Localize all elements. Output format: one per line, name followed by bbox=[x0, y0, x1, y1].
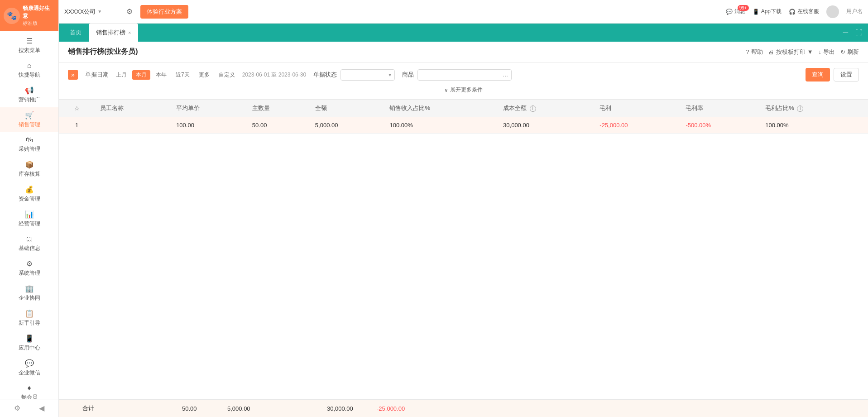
sidebar-bottom: ⚙ ◀ bbox=[0, 399, 58, 417]
table-area: ☆ 员工名称 平均单价 主数量 全额 销售收入占比% 成本全额 i 毛利 毛利率 bbox=[59, 100, 868, 399]
sidebar-item-inventory[interactable]: 📦 库存核算 bbox=[0, 157, 58, 182]
sidebar-item-purchase[interactable]: 🛍 采购管理 bbox=[0, 132, 58, 157]
sidebar-item-system[interactable]: ⚙ 系统管理 bbox=[0, 256, 58, 281]
sidebar-item-sales[interactable]: 🛒 销售管理 bbox=[0, 107, 58, 132]
sidebar-item-label: 应用中心 bbox=[19, 344, 40, 352]
filter-area: » 单据日期 上月 本月 本年 近7天 更多 自定义 2023-06-01 至 … bbox=[59, 62, 868, 100]
expand-row: ∨ 展开更多条件 bbox=[68, 86, 859, 94]
sidebar-nav: ☰ 搜索菜单 ⌂ 快捷导航 📢 营销推广 🛒 销售管理 🛍 采购管理 📦 库存核… bbox=[0, 31, 58, 399]
expand-more-button[interactable]: ∨ 展开更多条件 bbox=[444, 86, 483, 94]
sidebar-item-apps[interactable]: 📱 应用中心 bbox=[0, 331, 58, 355]
sidebar-item-search[interactable]: ☰ 搜索菜单 bbox=[0, 33, 58, 58]
tab-minimize-icon[interactable]: ─ bbox=[841, 27, 850, 38]
filter-expand-button[interactable]: » bbox=[68, 70, 78, 80]
msg-button[interactable]: 💬 消息 99+ bbox=[726, 8, 745, 15]
basic-icon: 🗂 bbox=[26, 235, 33, 243]
print-arrow-icon: ▼ bbox=[807, 48, 813, 55]
msg-icon: 💬 bbox=[726, 9, 733, 15]
query-button[interactable]: 查询 bbox=[806, 68, 830, 81]
trial-button[interactable]: 体验行业方案 bbox=[140, 5, 188, 19]
goods-more-icon: … bbox=[503, 72, 508, 78]
date-tab-this-month[interactable]: 本月 bbox=[132, 70, 150, 80]
date-tab-more[interactable]: 更多 bbox=[195, 70, 213, 80]
operation-icon: 📊 bbox=[25, 210, 34, 219]
sidebar-item-wechat[interactable]: 💬 企业微信 bbox=[0, 355, 58, 380]
msg-badge: 99+ bbox=[738, 5, 749, 11]
tab-home-label: 首页 bbox=[70, 29, 82, 37]
finance-icon: 💰 bbox=[25, 185, 34, 194]
inventory-icon: 📦 bbox=[25, 160, 34, 169]
sidebar-item-basic[interactable]: 🗂 基础信息 bbox=[0, 231, 58, 256]
sidebar-item-shortcut[interactable]: ⌂ 快捷导航 bbox=[0, 58, 58, 82]
sidebar-collapse-btn[interactable]: ◀ bbox=[39, 404, 44, 412]
support-icon: 🎧 bbox=[789, 9, 796, 15]
sidebar-item-operation[interactable]: 📊 经营管理 bbox=[0, 206, 58, 231]
system-icon: ⚙ bbox=[26, 259, 33, 268]
sidebar-item-member[interactable]: ♦ 畅会员 bbox=[0, 380, 58, 399]
table-cell: 50.00 bbox=[247, 117, 310, 134]
company-name: XXXXX公司 bbox=[64, 8, 96, 16]
status-select[interactable] bbox=[340, 69, 395, 81]
tab-sales-ranking-label: 销售排行榜 bbox=[96, 29, 125, 37]
sidebar-item-label: 销售管理 bbox=[19, 121, 40, 129]
tabbar: 首页 销售排行榜 × ─ ⛶ bbox=[59, 24, 868, 42]
footer-qty: 50.00 bbox=[182, 405, 227, 412]
date-tab-custom[interactable]: 自定义 bbox=[215, 70, 239, 80]
topbar-company[interactable]: XXXXX公司 ▼ bbox=[64, 8, 119, 16]
cost-info-icon[interactable]: i bbox=[530, 105, 536, 112]
tab-sales-ranking[interactable]: 销售排行榜 × bbox=[89, 24, 138, 42]
support-button[interactable]: 🎧 在线客服 bbox=[789, 8, 819, 15]
star-icon: ☆ bbox=[74, 105, 80, 112]
sidebar-item-label: 经营管理 bbox=[19, 220, 40, 228]
sidebar-item-label: 采购管理 bbox=[19, 145, 40, 153]
profit-pct-info-icon[interactable]: i bbox=[797, 105, 803, 112]
tab-expand-icon[interactable]: ⛶ bbox=[854, 27, 864, 38]
table-cell: 100.00 bbox=[171, 117, 247, 134]
col-profit-rate: 毛利率 bbox=[680, 100, 760, 117]
export-label: 导出 bbox=[823, 48, 835, 56]
help-button[interactable]: ? 帮助 bbox=[746, 48, 762, 56]
status-select-wrap: ▼ bbox=[340, 69, 395, 81]
tab-close-icon[interactable]: × bbox=[128, 30, 131, 35]
refresh-button[interactable]: ↻ 刷新 bbox=[840, 48, 859, 56]
table-cell: 30,000.00 bbox=[498, 117, 594, 134]
sidebar-item-label: 企业微信 bbox=[19, 369, 40, 377]
col-avg-price: 平均单价 bbox=[171, 100, 247, 117]
filter-row: » 单据日期 上月 本月 本年 近7天 更多 自定义 2023-06-01 至 … bbox=[68, 68, 859, 81]
table-footer: 合计 50.00 5,000.00 30,000.00 -25,000.00 bbox=[59, 399, 868, 417]
sidebar-logo: 🐾 畅康通好生意 标准版 bbox=[0, 0, 58, 31]
avatar[interactable] bbox=[826, 5, 839, 18]
date-tab-7days[interactable]: 近7天 bbox=[172, 70, 193, 80]
sidebar-item-guide[interactable]: 📋 新手引导 bbox=[0, 306, 58, 331]
sidebar-item-label: 基础信息 bbox=[19, 244, 40, 252]
date-tab-last-month[interactable]: 上月 bbox=[112, 70, 130, 80]
goods-input[interactable] bbox=[417, 69, 512, 81]
app-label: App下载 bbox=[761, 8, 782, 15]
footer-profit: -25,000.00 bbox=[377, 405, 427, 412]
topbar-settings-btn[interactable]: ⚙ bbox=[123, 5, 136, 18]
table-cell: -500.00% bbox=[680, 117, 760, 134]
app-icon: 📱 bbox=[753, 9, 759, 15]
main-content: XXXXX公司 ▼ ⚙ 体验行业方案 💬 消息 99+ 📱 App下载 🎧 在线… bbox=[59, 0, 868, 417]
date-tab-this-year[interactable]: 本年 bbox=[152, 70, 170, 80]
settings-button[interactable]: 设置 bbox=[834, 68, 859, 81]
tabbar-right: ─ ⛶ bbox=[841, 27, 864, 38]
sidebar-item-label: 快捷导航 bbox=[19, 71, 40, 79]
print-button[interactable]: 🖨 按模板打印 ▼ bbox=[768, 48, 813, 56]
col-profit-pct: 毛利占比% i bbox=[760, 100, 868, 117]
app-download-button[interactable]: 📱 App下载 bbox=[753, 8, 782, 15]
apps-icon: 📱 bbox=[25, 334, 34, 343]
table-cell: 100.00% bbox=[760, 117, 868, 134]
sidebar-settings-btn[interactable]: ⚙ bbox=[14, 404, 20, 412]
tab-home[interactable]: 首页 bbox=[62, 24, 89, 42]
export-icon: ↓ bbox=[819, 48, 822, 55]
sidebar-item-marketing[interactable]: 📢 营销推广 bbox=[0, 82, 58, 107]
export-button[interactable]: ↓ 导出 bbox=[819, 48, 835, 56]
sidebar-item-corp[interactable]: 🏢 企业协同 bbox=[0, 281, 58, 306]
sidebar-item-finance[interactable]: 💰 资金管理 bbox=[0, 182, 58, 206]
page-area: 销售排行榜(按业务员) ? 帮助 🖨 按模板打印 ▼ ↓ 导出 ↻ 刷新 bbox=[59, 42, 868, 417]
print-icon: 🖨 bbox=[768, 48, 774, 55]
col-sales-pct: 销售收入占比% bbox=[384, 100, 498, 117]
sidebar: 🐾 畅康通好生意 标准版 ☰ 搜索菜单 ⌂ 快捷导航 📢 营销推广 🛒 销售管理… bbox=[0, 0, 59, 417]
home-icon: ⌂ bbox=[27, 62, 32, 70]
